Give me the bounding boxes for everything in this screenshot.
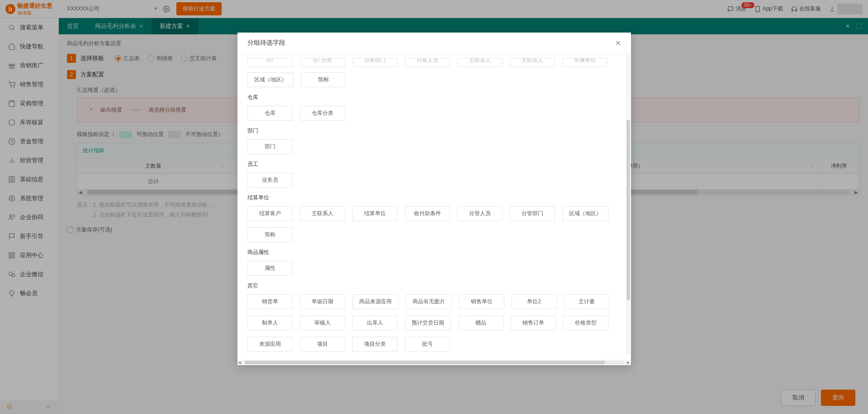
scroll-right-icon[interactable]: ▶ [626, 360, 631, 365]
field-group-title: 结算单位 [247, 194, 621, 202]
modal: 分组待选字段 ✕ 分/ 分/ 分类 分客部门 分客人员 主联系人 主联系人 所属… [237, 33, 631, 365]
field-button[interactable]: 单位2 [512, 294, 557, 309]
field-button[interactable]: 销售订单 [511, 315, 556, 330]
field-group-title: 其它 [247, 282, 621, 290]
field-button[interactable]: 简称 [301, 72, 346, 87]
modal-title: 分组待选字段 [247, 39, 285, 47]
field-group-title: 部门 [247, 127, 621, 135]
field-button[interactable]: 单据日期 [300, 294, 345, 309]
field-button[interactable]: 业务员 [247, 173, 293, 188]
field-button[interactable]: 销售单位 [459, 294, 504, 309]
field-button[interactable]: 属性 [247, 261, 293, 276]
scroll-left-icon[interactable]: ◀ [237, 360, 242, 365]
field-row: 仓库仓库分类 [247, 106, 621, 121]
field-group-title: 仓库 [247, 94, 621, 101]
field-row: 简称 [247, 227, 621, 242]
field-group-title: 商品属性 [247, 249, 621, 256]
field-button[interactable]: 商品有无图片 [406, 294, 452, 309]
field-button[interactable]: 商品来源应用 [352, 294, 398, 309]
field-button[interactable]: 批号 [405, 337, 450, 352]
field-button[interactable]: 结算客户 [247, 206, 293, 221]
field-row: 区域（地区） 简称 [247, 72, 621, 87]
field-button[interactable]: 收付款条件 [405, 206, 450, 221]
field-row: 销货单单据日期商品来源应用商品有无图片销售单位单位2主计量 [247, 294, 621, 309]
field-button[interactable]: 预计交货日期 [405, 315, 451, 330]
field-button[interactable]: 出库人 [352, 315, 398, 330]
close-icon[interactable]: ✕ [615, 39, 621, 47]
modal-header: 分组待选字段 ✕ [237, 33, 631, 54]
field-button[interactable]: 主计量 [564, 294, 609, 309]
field-button[interactable]: 价格类型 [563, 315, 608, 330]
field-button[interactable]: 制单人 [247, 315, 293, 330]
field-row: 制单人审核人出库人预计交货日期赠品销售订单价格类型 [247, 315, 621, 330]
field-button[interactable]: 部门 [247, 139, 293, 154]
field-row: 来源应用项目项目分类批号 [247, 337, 621, 352]
field-button[interactable]: 分/ [247, 58, 293, 67]
scroll-track[interactable] [245, 361, 624, 364]
field-button[interactable]: 简称 [247, 227, 293, 242]
field-button[interactable]: 审核人 [300, 315, 345, 330]
field-button[interactable]: 区域（地区） [247, 72, 294, 87]
field-button[interactable]: 分客人员 [405, 58, 450, 67]
vscroll-thumb[interactable] [626, 120, 630, 300]
field-button[interactable]: 销货单 [247, 294, 293, 309]
modal-vscroll[interactable] [626, 54, 630, 354]
field-button[interactable]: 主联系人 [457, 58, 503, 67]
field-button[interactable]: 分客部门 [352, 58, 398, 67]
field-button[interactable]: 仓库分类 [300, 106, 345, 121]
field-button[interactable]: 项目 [300, 337, 345, 352]
field-button[interactable]: 分管人员 [457, 206, 503, 221]
field-button[interactable]: 所属单位 [562, 58, 607, 67]
field-button[interactable]: 赠品 [458, 315, 503, 330]
field-button[interactable]: 分/ 分类 [300, 58, 345, 67]
field-row-partial: 分/ 分/ 分类 分客部门 分客人员 主联系人 主联系人 所属单位 [247, 58, 621, 67]
field-group-title: 员工 [247, 160, 621, 168]
field-button[interactable]: 来源应用 [247, 337, 293, 352]
field-row: 结算客户主联系人结算单位收付款条件分管人员分管部门区域（地区） [247, 206, 621, 221]
modal-body: 分/ 分/ 分类 分客部门 分客人员 主联系人 主联系人 所属单位 区域（地区）… [237, 54, 631, 360]
field-button[interactable]: 主联系人 [510, 58, 555, 67]
field-button[interactable]: 区域（地区） [562, 206, 608, 221]
field-button[interactable]: 分管部门 [510, 206, 555, 221]
field-row: 业务员 [247, 173, 621, 188]
field-row: 部门 [247, 139, 621, 154]
scroll-thumb[interactable] [245, 361, 605, 364]
field-button[interactable]: 结算单位 [352, 206, 398, 221]
field-button[interactable]: 项目分类 [352, 337, 398, 352]
field-button[interactable]: 主联系人 [300, 206, 345, 221]
modal-hscroll[interactable]: ◀ ▶ [237, 360, 631, 365]
field-row: 属性 [247, 261, 621, 276]
field-button[interactable]: 仓库 [247, 106, 293, 121]
